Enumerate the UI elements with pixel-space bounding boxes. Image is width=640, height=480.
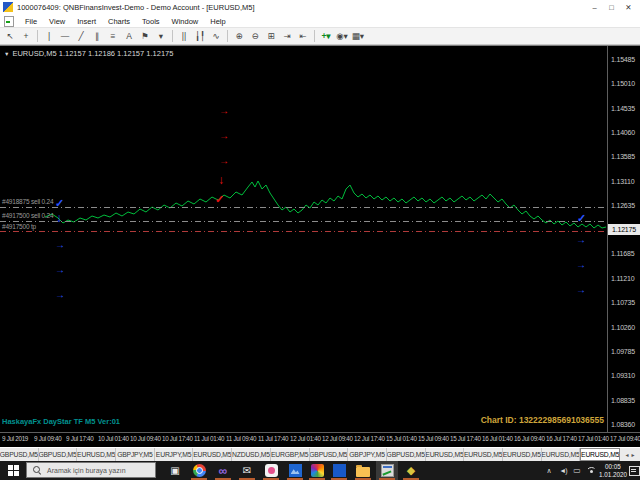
- chart-tab-eurgbp-m5[interactable]: EURGBP,M5: [271, 448, 310, 461]
- fibonacci-tool[interactable]: ≡: [106, 30, 120, 43]
- menu-item-charts[interactable]: Charts: [102, 17, 136, 26]
- menu-item-tools[interactable]: Tools: [136, 17, 166, 26]
- chart-tab-eurusd-m5[interactable]: EURUSD,M5: [193, 448, 232, 461]
- arrow-down-signal-icon: ↓: [218, 174, 224, 186]
- bar-chart-button[interactable]: ||: [177, 30, 191, 43]
- price-tick-label: 1.13110: [611, 178, 634, 185]
- speaker-wave-icon: ): [565, 467, 566, 474]
- arrow-down-signal-icon: ↓: [56, 212, 62, 224]
- file-explorer-icon: [356, 467, 370, 477]
- order-line: [0, 207, 607, 208]
- check-signal-icon: ✓: [55, 198, 64, 209]
- metatrader-icon: [381, 464, 394, 477]
- chart-tab-gbpusd-m5[interactable]: GBPUSD,M5: [387, 448, 426, 461]
- menu-item-window[interactable]: Window: [166, 17, 205, 26]
- candlestick-chart-button[interactable]: ╽╿: [193, 30, 207, 43]
- mail-icon: ✉: [243, 466, 251, 476]
- visual-studio-icon: ∞: [219, 465, 228, 477]
- indicator-watermark: HaskayaFx DayStar TF M5 Ver:01: [2, 417, 120, 426]
- chart-tab-gbpusd-m5[interactable]: GBPUSD,M5: [310, 448, 349, 461]
- tab-scroll-right-icon[interactable]: ▸: [632, 451, 635, 458]
- taskbar-app-visual-studio[interactable]: ∞: [212, 461, 234, 480]
- menu-item-insert[interactable]: Insert: [71, 17, 102, 26]
- chart-tab-eurusd-m5[interactable]: EURUSD,M5: [503, 448, 542, 461]
- taskbar-app-file-explorer[interactable]: [352, 461, 374, 480]
- time-tick-label: 16 Jul 17:40: [546, 435, 579, 442]
- taskbar-app-photos[interactable]: [284, 461, 306, 480]
- minimize-button[interactable]: –: [586, 1, 603, 13]
- mt4-app-icon: [3, 2, 13, 12]
- line-chart-button[interactable]: ∿: [209, 30, 223, 43]
- price-tick-label: 1.14060: [611, 129, 635, 136]
- crosshair-tool[interactable]: +: [19, 30, 33, 43]
- chart-tab-eurusd-m5[interactable]: EURUSD,M5: [542, 448, 581, 461]
- tray-volume-button[interactable]: ◄): [556, 461, 570, 480]
- time-tick-label: 10 Jul 01:40: [98, 435, 131, 442]
- chart-tab-eurusd-m5[interactable]: EURUSD,M5: [580, 448, 620, 461]
- taskbar-app-colorful[interactable]: [306, 461, 328, 480]
- chart-tab-eurusd-m5[interactable]: EURUSD,M5: [464, 448, 503, 461]
- price-tick-label: 1.15485: [611, 56, 635, 63]
- vertical-line-tool[interactable]: |: [42, 30, 56, 43]
- action-center-button[interactable]: [628, 461, 640, 480]
- start-button[interactable]: [0, 461, 26, 480]
- chart-tab-gbpusd-m5[interactable]: GBPUSD,M5: [39, 448, 78, 461]
- equidistant-channel-tool[interactable]: ∥: [90, 30, 104, 43]
- taskbar-app-chrome[interactable]: [188, 461, 210, 480]
- menu-item-file[interactable]: File: [19, 17, 43, 26]
- menu-item-view[interactable]: View: [43, 17, 71, 26]
- tray-expand-button[interactable]: ∧: [542, 461, 556, 480]
- time-tick-label: 12 Jul 17:40: [354, 435, 387, 442]
- indicators-dropdown[interactable]: ◉▾: [335, 30, 349, 43]
- chart-tab-gbpjpy-m5[interactable]: GBPJPY,M5: [348, 448, 387, 461]
- new-order-dropdown[interactable]: +▾: [319, 30, 333, 43]
- auto-scroll-button[interactable]: ⇥: [280, 30, 294, 43]
- chart-tab-eurusd-m5[interactable]: EURUSD,M5: [426, 448, 465, 461]
- tab-scroll-left-icon[interactable]: ◂: [625, 451, 628, 458]
- price-tick-label: 1.08835: [611, 397, 635, 404]
- chart-tab-eurjpy-m5[interactable]: EURJPY,M5: [155, 448, 194, 461]
- chart-ohlc-text: EURUSD,M5 1.12157 1.12186 1.12157 1.1217…: [12, 49, 173, 58]
- taskbar-app-pink[interactable]: [260, 461, 282, 480]
- price-tick-label: 1.09310: [611, 372, 635, 379]
- toolbar-separator: [172, 30, 173, 42]
- chart-tab-nzdusd-m5[interactable]: NZDUSD,M5: [232, 448, 271, 461]
- task-view-button[interactable]: ▣: [164, 461, 186, 480]
- chart-tab-gbpusd-m5[interactable]: GBPUSD,M5: [0, 448, 39, 461]
- text-label-tool[interactable]: ⚑: [138, 30, 152, 43]
- chart-dropdown-icon[interactable]: ▼: [4, 51, 9, 57]
- tile-windows-button[interactable]: ⊞: [264, 30, 278, 43]
- order-label: #4917500 sell 0.24: [2, 212, 53, 219]
- shapes-dropdown[interactable]: ▾: [154, 30, 168, 43]
- zoom-in-button[interactable]: ⊕: [232, 30, 246, 43]
- text-tool[interactable]: A: [122, 30, 136, 43]
- chart-area[interactable]: #4918875 sell 0.24#4917500 sell 0.24#491…: [0, 45, 640, 447]
- taskbar-app-metatrader[interactable]: [376, 461, 398, 480]
- taskbar-app-blue[interactable]: [328, 461, 350, 480]
- trendline-tool[interactable]: ╱: [74, 30, 88, 43]
- cursor-tool[interactable]: ↖: [3, 30, 17, 43]
- chart-tabs: GBPUSD,M5GBPUSD,M5EURUSD,M5GBPJPY,M5EURJ…: [0, 448, 620, 461]
- chart-shift-button[interactable]: ⇤: [296, 30, 310, 43]
- toolbar-separator: [227, 30, 228, 42]
- taskbar-app-metaeditor[interactable]: ◆: [400, 461, 422, 480]
- horizontal-line-tool[interactable]: —: [58, 30, 72, 43]
- tray-display-button[interactable]: ▭: [570, 461, 584, 480]
- time-tick-label: 9 Jul 17:40: [66, 435, 99, 442]
- taskbar-search-box[interactable]: Aramak için buraya yazın: [26, 462, 156, 478]
- chart-tab-gbpjpy-m5[interactable]: GBPJPY,M5: [116, 448, 155, 461]
- blue-app-icon: [333, 464, 346, 477]
- price-tick-label: 1.11685: [611, 250, 634, 257]
- tray-network-button[interactable]: [584, 461, 598, 480]
- toolbar-separator: [37, 30, 38, 42]
- chart-tab-eurusd-m5[interactable]: EURUSD,M5: [77, 448, 116, 461]
- close-button[interactable]: ✕: [620, 1, 637, 13]
- taskbar-clock[interactable]: 00:05 1.01.2020: [598, 461, 628, 480]
- maximize-button[interactable]: □: [603, 1, 620, 13]
- chart-document-icon[interactable]: [4, 16, 14, 27]
- timeframes-dropdown[interactable]: ▦▾: [351, 30, 365, 43]
- menu-item-help[interactable]: Help: [204, 17, 231, 26]
- photos-icon: [289, 464, 302, 477]
- zoom-out-button[interactable]: ⊖: [248, 30, 262, 43]
- taskbar-app-mail[interactable]: ✉: [236, 461, 258, 480]
